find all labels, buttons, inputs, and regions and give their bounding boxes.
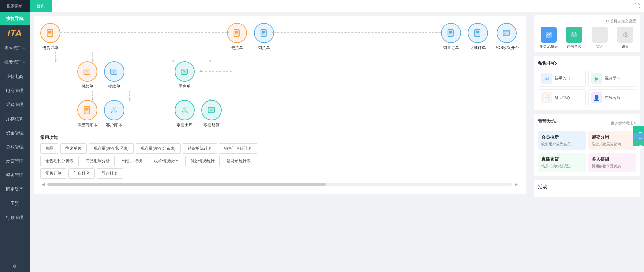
svg-rect-24 [503, 30, 510, 36]
customize-button[interactable]: ⚙ 首页自定义设置 [606, 19, 636, 24]
fission-title: 裂变分销 [592, 134, 633, 140]
svg-rect-15 [448, 30, 453, 37]
flow-node-retail-settle[interactable]: ¥ 零售结算 [201, 100, 222, 128]
sidebar-item-ecom[interactable]: 电商管理 [0, 84, 30, 98]
func-btn-receipt-stats[interactable]: 收款情况统计 [149, 156, 183, 166]
mall-order-label: 商城订单 [470, 45, 486, 51]
empty-label: 暂无 [596, 44, 603, 49]
svg-rect-5 [234, 30, 239, 37]
activity-card: 活动 [534, 180, 640, 197]
func-btn-purchase-stats[interactable]: 进货单统计表 [222, 156, 256, 166]
flow-node-pos[interactable]: POS收银开台 [495, 23, 519, 51]
quick-icon-empty[interactable]: 暂无 [589, 27, 610, 49]
func-btn-sales-order-stats[interactable]: 销售订单统计表 [219, 143, 257, 154]
func-btn-payment-stats[interactable]: 付款情况统计 [185, 156, 220, 166]
func-btn-stock-status[interactable]: 现存量(库存状况表) [89, 143, 134, 154]
marketing-item-member[interactable]: 会员拉新 吸引用户成为会员 [538, 131, 586, 150]
tab-home[interactable]: 首页 [30, 0, 52, 12]
func-btn-units[interactable]: 往来单位 [60, 143, 87, 154]
sidebar-search[interactable]: 搜索菜单 [0, 0, 30, 12]
help-item-beginner[interactable]: ✉ 新手入门 [538, 70, 586, 87]
supplier-account-icon [77, 100, 97, 120]
sidebar-item-finance[interactable]: 资金管理 [0, 126, 30, 140]
sidebar-item-purchase[interactable]: 采购管理 [0, 98, 30, 112]
flow-node-sales-order[interactable]: 销售订单 [441, 23, 461, 51]
flow-node-supplier-account[interactable]: 供应商账本 [77, 100, 97, 128]
flow-node-purchase-order[interactable]: 进货订单 [40, 23, 60, 51]
help-item-service[interactable]: 👤 在线客服 [588, 89, 636, 106]
service-icon: 👤 [591, 92, 602, 103]
sidebar-item-ledger[interactable]: 总账管理 [0, 140, 30, 154]
svg-rect-20 [474, 30, 480, 37]
sidebar-item-salary[interactable]: 工资 [0, 196, 30, 211]
scroll-track[interactable] [47, 183, 512, 186]
arrow-left-1: ◀ [274, 32, 441, 42]
help-item-help[interactable]: 📄 帮助中心 [538, 89, 586, 106]
flow-node-mall-order[interactable]: 商城订单 [468, 23, 488, 51]
func-btn-goods[interactable]: 商品 [40, 143, 58, 154]
flow-node-purchase-bill[interactable]: 进货单 [227, 23, 247, 51]
flow-node-retail-out[interactable]: 零售出库 [175, 100, 195, 128]
flow-node-customer-account[interactable]: 客户账本 [104, 100, 124, 128]
sidebar-item-admin[interactable]: 行政管理 [0, 211, 30, 225]
flow-node-retail-bill[interactable]: ¥ 零售单 [175, 61, 195, 89]
arrow-down-mall-order [173, 52, 173, 60]
sidebar-settings[interactable]: ⚙ [0, 260, 30, 272]
scroll-right-arrow[interactable]: ▶ [513, 181, 519, 187]
func-btn-sales-rank[interactable]: 销售排行榜 [117, 156, 147, 166]
scroll-thumb [47, 183, 326, 186]
func-row-2: 销售毛利分析表 商品毛利分析 销售排行榜 收款情况统计 付款情况统计 进货单统计… [40, 156, 519, 166]
func-btn-retail-order[interactable]: 零售开单 [40, 168, 66, 179]
sidebar-item-retail[interactable]: 零售管理 ▼ [0, 41, 30, 55]
quick-icon-cashflow[interactable]: 现金流量表 [538, 27, 559, 49]
more-marketing-link[interactable]: 更多营销玩法 > [611, 121, 636, 126]
arrow-down-retail-bill [210, 91, 210, 99]
svg-text:¥: ¥ [112, 69, 115, 74]
purchase-bill-icon [227, 23, 247, 43]
func-btn-store-rank[interactable]: 门店排名 [68, 168, 95, 179]
beginner-label: 新手入门 [554, 76, 570, 81]
help-item-video[interactable]: ▶ 视频学习 [588, 70, 636, 87]
sidebar-item-invoice[interactable]: 发票管理 [0, 154, 30, 168]
flow-node-sales-bill[interactable]: 销货单 [254, 23, 274, 51]
cashflow-label: 现金流量表 [540, 44, 558, 49]
right-panel: ⚙ 首页自定义设置 现金流量表 往来单位 [530, 12, 644, 272]
empty-icon-box [592, 27, 608, 43]
video-icon: ▶ [591, 73, 602, 84]
sidebar-item-inventory[interactable]: 库存核算 [0, 112, 30, 126]
flow-node-payment-in[interactable]: ¥ 收款单 [104, 61, 124, 89]
main-panel: 进货订单 进货单 [30, 12, 530, 272]
marketing-item-fission[interactable]: 裂变分销 裂变式发展分销商 [588, 131, 636, 150]
quick-icon-units[interactable]: 往来单位 [563, 27, 585, 49]
ita-logo: iTA [0, 25, 30, 41]
settings-icon-box: ⚙ [617, 27, 633, 43]
quick-icon-settings[interactable]: ⚙ 设置 [614, 27, 636, 49]
svg-rect-0 [47, 30, 53, 37]
sidebar-item-ecom-small[interactable]: 小畅电商 [0, 70, 30, 84]
expand-icon[interactable]: ⛶ [635, 3, 640, 9]
sidebar-item-assets[interactable]: 固定资产 [0, 182, 30, 196]
payment-out-icon: ¥ [77, 61, 97, 82]
help-card-title: 帮助中心 [538, 60, 636, 66]
sidebar-item-wholesale[interactable]: 批发管理 ▼ [0, 55, 30, 70]
float-btn-desktop[interactable]: 桌面快捷 [633, 139, 644, 146]
func-btn-sales-profit[interactable]: 销售毛利分析表 [40, 156, 79, 166]
func-btn-goods-profit[interactable]: 商品毛利分析 [81, 156, 115, 166]
func-btn-stock-dist[interactable]: 现存量(库存分布表) [136, 143, 181, 154]
chevron-down-icon: ▼ [22, 61, 26, 64]
ita-text: iTA [7, 29, 22, 38]
content-area: 进货订单 进货单 [30, 12, 644, 272]
sales-bill-icon [254, 23, 274, 43]
func-btn-guide-rank[interactable]: 导购排名 [97, 168, 123, 179]
float-btn-community[interactable]: 服务社区 [633, 133, 644, 139]
scroll-left-arrow[interactable]: ◀ [40, 181, 46, 187]
sidebar-item-tax[interactable]: 税务管理 [0, 168, 30, 182]
group-title: 多人拼团 [592, 156, 633, 162]
float-btn-service[interactable]: 客服热线 [633, 126, 644, 133]
flow-node-payment-out[interactable]: ¥ 付款单 [77, 61, 97, 89]
func-btn-sales-stats[interactable]: 销货单统计表 [183, 143, 217, 154]
retail-bill-icon: ¥ [175, 61, 195, 82]
marketing-item-group[interactable]: 多人拼团 拼团购物享受优惠 [588, 153, 636, 172]
marketing-item-live[interactable]: 直播卖货 场景式购物新玩法 [538, 153, 586, 172]
svg-point-43 [183, 107, 186, 110]
